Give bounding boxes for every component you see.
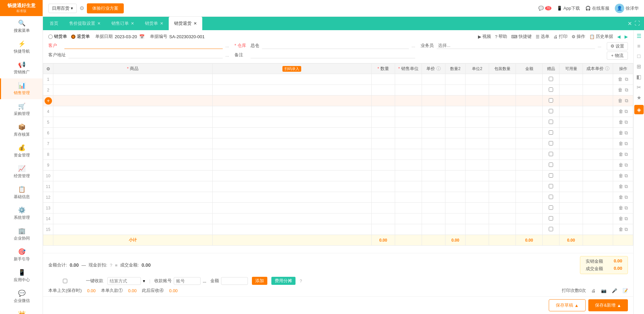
settlement-input[interactable]	[107, 277, 141, 285]
next-record-btn[interactable]: ▶	[625, 34, 628, 39]
sidebar-item-search[interactable]: 🔍 搜索菜单	[0, 16, 43, 37]
price-info-icon[interactable]: ⓘ	[436, 66, 441, 71]
gift-cell-1[interactable]	[543, 74, 559, 85]
sidebar-item-apps[interactable]: 📱 应用中心	[0, 265, 43, 286]
experience-btn[interactable]: 体验行业方案	[87, 3, 124, 13]
tab-price-settings[interactable]: 售价提取设置 ✕	[64, 17, 106, 30]
gift-cell-3[interactable]	[543, 96, 559, 106]
toolbar-icon-4[interactable]: 📝	[623, 288, 628, 293]
sidebar-item-wechat[interactable]: 💬 企业微信	[0, 286, 43, 307]
salesperson-input[interactable]	[437, 42, 595, 49]
qty2-cell-3[interactable]	[445, 96, 466, 106]
logistics-side-btn[interactable]: + 物流	[607, 52, 628, 60]
copy-btn[interactable]: ⧉	[625, 151, 628, 157]
right-panel-icon-7[interactable]: ★	[637, 95, 641, 101]
sidebar-item-system[interactable]: ⚙️ 系统管理	[0, 203, 43, 224]
sidebar-item-purchase[interactable]: 🛒 采购管理	[0, 99, 43, 120]
user-profile-btn[interactable]: 👤 徐泽华	[615, 4, 639, 13]
copy-btn-1[interactable]: ⧉	[625, 76, 628, 82]
print-action-btn[interactable]: 🖨 打印	[553, 34, 568, 40]
qty2-cell-1[interactable]	[445, 74, 466, 85]
toolbar-icon-2[interactable]: 📷	[601, 288, 606, 293]
product-cell-3[interactable]	[53, 96, 213, 106]
calendar-icon[interactable]: 📅	[139, 34, 145, 39]
prev-record-btn[interactable]: ◀	[617, 34, 621, 39]
copy-btn[interactable]: ⧉	[625, 227, 628, 232]
copy-btn-2[interactable]: ⧉	[625, 87, 628, 92]
delete-btn[interactable]: 🗑	[619, 173, 623, 178]
gift-checkbox-2[interactable]	[549, 87, 553, 92]
unit-cell-3[interactable]	[395, 96, 422, 106]
copy-btn[interactable]: ⧉	[625, 194, 628, 200]
cost-info-icon[interactable]: ⓘ	[605, 66, 609, 71]
fee-help-icon[interactable]: ?	[300, 278, 302, 284]
qty-cell-3[interactable]	[372, 96, 395, 106]
right-panel-icon-6[interactable]: ✂	[637, 84, 641, 90]
amount-cell-1[interactable]	[516, 74, 543, 85]
delete-btn-1[interactable]: 🗑	[618, 76, 623, 82]
pkg-cell-3[interactable]	[489, 96, 516, 106]
copy-btn[interactable]: ⧉	[625, 173, 628, 178]
tab-home[interactable]: 首页	[44, 17, 64, 30]
product-input-1[interactable]	[55, 77, 211, 82]
gift-checkbox-1[interactable]	[549, 77, 553, 81]
pkg-cell-1[interactable]	[489, 74, 516, 85]
tab-sales-order[interactable]: 销售订单 ✕	[106, 17, 140, 30]
shortcut-action-btn[interactable]: ⌨ 快捷键	[511, 34, 532, 40]
product-cell-1[interactable]	[53, 74, 213, 85]
sidebar-item-finance[interactable]: 💰 资金管理	[0, 141, 43, 162]
price-cell-1[interactable]	[422, 74, 445, 85]
save-new-btn[interactable]: 保存&新增 ▲	[588, 299, 628, 311]
salesperson-ellipsis-btn[interactable]: ...	[598, 43, 601, 48]
price-cell-2[interactable]	[422, 85, 445, 96]
delete-btn[interactable]: 🗑	[619, 162, 623, 168]
unit-cell-1[interactable]	[395, 74, 422, 85]
gift-cell-2[interactable]	[543, 85, 559, 96]
unit2-cell-2[interactable]	[466, 85, 489, 96]
copy-btn[interactable]: ⧉	[625, 141, 628, 146]
settings-side-btn[interactable]: ⚙ 设置	[607, 42, 628, 50]
delete-btn[interactable]: 🗑	[619, 227, 623, 232]
close-tab-icon[interactable]: ✕	[628, 20, 632, 27]
settings-gear-icon[interactable]: ⚙	[79, 5, 84, 11]
delete-btn[interactable]: 🗑	[619, 141, 623, 146]
delete-btn[interactable]: 🗑	[619, 194, 623, 200]
product-cell-2[interactable]	[53, 85, 213, 96]
scan-button[interactable]: 扫码录入	[282, 66, 301, 72]
copy-btn[interactable]: ⧉	[625, 130, 628, 135]
notification-btn[interactable]: 💬 70	[538, 6, 551, 11]
warehouse-ellipsis-btn[interactable]: ...	[412, 43, 415, 48]
sidebar-item-shortcut[interactable]: ⚡ 快捷导航	[0, 37, 43, 58]
qty2-cell-2[interactable]	[445, 85, 466, 96]
account-input[interactable]	[174, 277, 201, 285]
sidebar-item-basic[interactable]: 📋 基础信息	[0, 182, 43, 203]
gift-checkbox-3[interactable]	[549, 98, 553, 103]
right-panel-icon-4[interactable]: ⊞	[637, 63, 641, 70]
tab-close-icon[interactable]: ✕	[160, 21, 163, 26]
customer-ellipsis-btn[interactable]: ...	[225, 43, 229, 48]
customer-input[interactable]	[64, 42, 223, 49]
tab-sales[interactable]: 销货单 ✕	[140, 17, 169, 30]
online-service-btn[interactable]: 🎧 在线客服	[585, 5, 609, 11]
help-action-btn[interactable]: ? 帮助	[495, 34, 507, 40]
delete-btn[interactable]: 🗑	[619, 205, 623, 210]
pkg-cell-2[interactable]	[489, 85, 516, 96]
delete-btn[interactable]: 🗑	[619, 184, 623, 189]
fee-split-btn[interactable]: 费用分摊	[271, 277, 296, 285]
sidebar-item-marketing[interactable]: 📢 营销推广	[0, 58, 43, 78]
delete-btn[interactable]: 🗑	[619, 151, 623, 157]
sidebar-item-sales[interactable]: 📊 销售管理	[0, 78, 43, 99]
right-panel-icon-3[interactable]: □	[637, 53, 641, 59]
delete-btn[interactable]: 🗑	[619, 216, 623, 221]
price-cell-3[interactable]	[422, 96, 445, 106]
one-click-checkbox[interactable]: 一键收款	[48, 278, 103, 284]
delete-btn[interactable]: 🗑	[619, 130, 623, 135]
copy-btn[interactable]: ⧉	[625, 119, 628, 125]
tab-close-icon[interactable]: ✕	[131, 21, 134, 26]
copy-btn[interactable]: ⧉	[625, 205, 628, 210]
radio-return-order[interactable]: 退货单	[71, 34, 90, 40]
copy-btn-3[interactable]: ⧉	[625, 98, 628, 103]
sidebar-item-member[interactable]: 👑 畅会员	[0, 307, 43, 314]
product-input-3[interactable]	[55, 98, 211, 103]
address-input[interactable]	[68, 52, 223, 58]
